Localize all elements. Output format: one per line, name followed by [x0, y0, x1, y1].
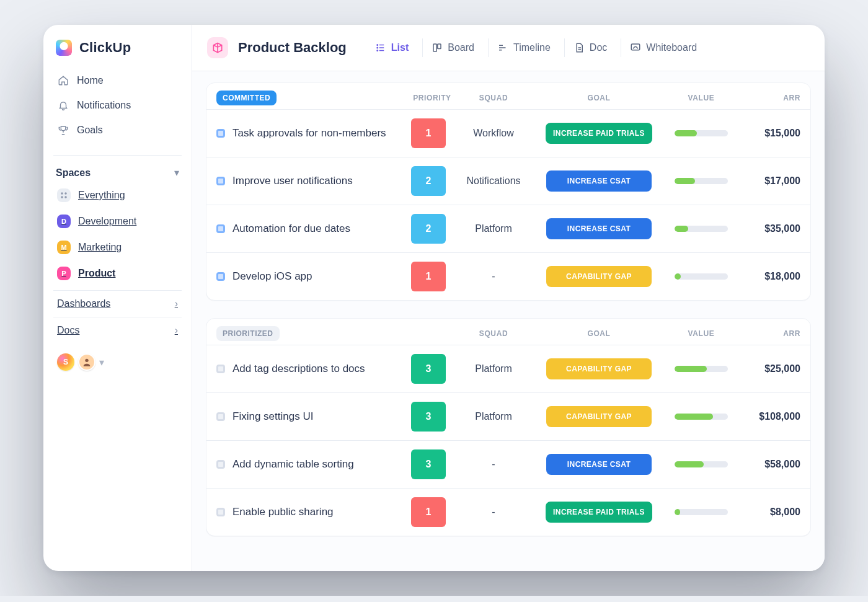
value-cell	[664, 226, 738, 232]
priority-cell: 1	[411, 497, 453, 527]
tab-timeline[interactable]: Timeline	[488, 38, 559, 57]
nav-notifications[interactable]: Notifications	[53, 93, 182, 118]
squad-cell: Workflow	[453, 128, 534, 139]
table-row[interactable]: Task approvals for non-members 1 Workflo…	[206, 109, 810, 157]
goal-pill[interactable]: CAPABILITY GAP	[546, 266, 652, 287]
goal-pill[interactable]: INCREASE CSAT	[546, 454, 652, 475]
sidebar-dashboards[interactable]: Dashboards ›	[53, 290, 182, 317]
status-bullet-icon[interactable]	[216, 224, 225, 233]
spaces-header[interactable]: Spaces ▾	[53, 163, 182, 182]
chevron-right-icon: ›	[175, 298, 178, 309]
tab-board[interactable]: Board	[422, 38, 483, 57]
nav-goals[interactable]: Goals	[53, 118, 182, 143]
svg-rect-8	[433, 44, 436, 51]
status-bullet-icon[interactable]	[216, 508, 225, 516]
goal-pill[interactable]: INCREASE CSAT	[546, 218, 652, 239]
spaces-section: Spaces ▾ Everything D Development M Mark…	[53, 155, 182, 286]
home-icon	[57, 74, 69, 87]
squad-cell: Platform	[453, 223, 534, 234]
clickup-logo-icon	[56, 40, 72, 56]
svg-point-3	[65, 197, 66, 198]
goal-cell: INCREASE PAID TRIALS	[534, 123, 664, 144]
content: COMMITTED PRIORITY SQUAD GOAL VALUE ARR …	[192, 71, 825, 571]
squad-cell: -	[453, 459, 534, 470]
svg-rect-9	[438, 44, 441, 49]
status-bullet-icon[interactable]	[216, 460, 225, 469]
squad-cell: -	[453, 271, 534, 282]
goal-pill[interactable]: CAPABILITY GAP	[546, 358, 652, 379]
goal-cell: INCREASE CSAT	[534, 170, 664, 192]
priority-cell: 2	[411, 214, 453, 244]
table-row[interactable]: Improve user notifications 2 Notificatio…	[206, 157, 810, 205]
space-product[interactable]: P Product	[53, 260, 182, 286]
priority-pill[interactable]: 2	[411, 214, 446, 244]
status-bullet-icon[interactable]	[216, 365, 225, 373]
space-icon	[207, 37, 228, 58]
priority-pill[interactable]: 1	[411, 497, 446, 527]
table-row[interactable]: Automation for due dates 2 Platform INCR…	[206, 205, 810, 252]
status-bullet-icon[interactable]	[216, 129, 225, 138]
priority-pill[interactable]: 1	[411, 262, 446, 291]
space-development[interactable]: D Development	[53, 208, 182, 234]
value-cell	[664, 178, 738, 184]
table-row[interactable]: Develop iOS app 1 - CAPABILITY GAP $18,0…	[206, 252, 810, 300]
task-cell: Develop iOS app	[216, 270, 411, 283]
priority-pill[interactable]: 3	[411, 402, 446, 432]
priority-pill[interactable]: 3	[411, 449, 446, 479]
tab-list[interactable]: List	[366, 38, 417, 57]
bell-icon	[57, 99, 69, 112]
table-row[interactable]: Enable public sharing 1 - INCREASE PAID …	[206, 488, 810, 536]
main: Product Backlog List Board	[192, 25, 825, 571]
priority-cell: 1	[411, 118, 453, 148]
svg-point-2	[61, 197, 63, 198]
squad-cell: Platform	[453, 363, 534, 374]
sidebar-docs[interactable]: Docs ›	[53, 317, 182, 343]
status-bullet-icon[interactable]	[216, 272, 225, 281]
space-badge: P	[57, 267, 71, 280]
nav-home[interactable]: Home	[53, 68, 182, 93]
arr-cell: $35,000	[738, 223, 800, 234]
group-status-chip[interactable]: PRIORITIZED	[216, 326, 280, 341]
arr-cell: $18,000	[738, 271, 800, 282]
table-row[interactable]: Fixing settings UI 3 Platform CAPABILITY…	[206, 392, 810, 440]
space-everything[interactable]: Everything	[53, 182, 182, 208]
app-window: ClickUp Home Notifications Goals	[43, 25, 825, 571]
status-bullet-icon[interactable]	[216, 177, 225, 185]
table-row[interactable]: Add tag descriptions to docs 3 Platform …	[206, 345, 810, 392]
svg-point-7	[377, 50, 378, 51]
space-marketing[interactable]: M Marketing	[53, 234, 182, 260]
value-cell	[664, 461, 738, 467]
svg-point-6	[377, 47, 378, 48]
goal-pill[interactable]: INCREASE CSAT	[546, 170, 652, 192]
user-avatars[interactable]: S ▾	[53, 347, 182, 377]
priority-pill[interactable]: 3	[411, 354, 446, 384]
space-label: Product	[78, 268, 115, 279]
col-arr: ARR	[738, 94, 800, 102]
goal-pill[interactable]: CAPABILITY GAP	[546, 406, 652, 427]
tab-label: Timeline	[513, 42, 551, 53]
col-value: VALUE	[664, 94, 738, 102]
doc-icon	[574, 42, 585, 53]
priority-cell: 3	[411, 449, 453, 479]
goal-cell: CAPABILITY GAP	[534, 266, 664, 287]
tab-doc[interactable]: Doc	[564, 38, 616, 57]
value-bar	[675, 273, 728, 280]
col-goal: GOAL	[534, 94, 664, 102]
priority-pill[interactable]: 2	[411, 166, 446, 196]
space-badge: M	[57, 241, 71, 254]
value-bar	[675, 414, 728, 420]
goal-cell: INCREASE CSAT	[534, 218, 664, 239]
goal-pill[interactable]: INCREASE PAID TRIALS	[546, 123, 652, 144]
task-title: Improve user notifications	[232, 175, 353, 187]
group-status-chip[interactable]: COMMITTED	[216, 91, 277, 105]
value-bar	[675, 226, 728, 232]
avatar	[78, 353, 95, 371]
spaces-title: Spaces	[56, 167, 91, 179]
tab-whiteboard[interactable]: Whiteboard	[621, 38, 706, 57]
status-bullet-icon[interactable]	[216, 412, 225, 421]
table-row[interactable]: Add dynamic table sorting 3 - INCREASE C…	[206, 440, 810, 488]
priority-pill[interactable]: 1	[411, 118, 446, 148]
col-arr: ARR	[738, 329, 800, 338]
goal-pill[interactable]: INCREASE PAID TRIALS	[546, 502, 652, 523]
task-cell: Add tag descriptions to docs	[216, 363, 411, 375]
